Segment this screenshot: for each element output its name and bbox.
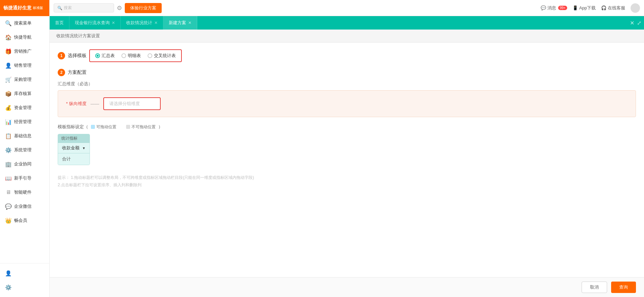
avatar — [631, 3, 640, 13]
tab-home[interactable]: 首页 — [50, 16, 69, 30]
radio-summary[interactable]: 汇总表 — [95, 53, 115, 59]
content-area: 收款情况统计方案设置 1 选择模板 汇总表 明细表 — [50, 30, 644, 297]
radio-detail[interactable]: 明细表 — [121, 53, 141, 59]
trial-button[interactable]: 体验行业方案 — [125, 3, 162, 13]
tab-bank-flow-close[interactable]: ✕ — [112, 20, 115, 25]
member-label: 畅会员 — [14, 217, 27, 224]
sidebar-item-system[interactable]: ⚙️ 系统管理 — [0, 143, 49, 157]
radio-circle-cross — [148, 53, 152, 58]
sidebar-item-bottom2[interactable]: ⚙️ — [0, 280, 49, 294]
sidebar-item-bottom1[interactable]: 👤 — [0, 266, 49, 280]
dimension-vertical-label: 纵向维度 — [66, 101, 87, 107]
finance-label: 资金管理 — [14, 105, 32, 111]
tip-1: 提示： 1.拖动标题栏可以调整布局，不可跨维度或指标区域拖动栏目段(只能在同一维… — [58, 174, 636, 182]
search-menu-icon: 🔍 — [5, 20, 11, 26]
wechat-label: 企业微信 — [14, 203, 32, 209]
marketing-label: 营销推广 — [14, 48, 32, 54]
sidebar-item-hardware[interactable]: 🖥 智能硬件 — [0, 185, 49, 199]
step1-label: 选择模板 — [68, 53, 87, 59]
online-service-button[interactable]: 🎧 在线客服 — [601, 5, 625, 11]
message-badge: 99+ — [558, 6, 567, 10]
guide-label: 新手引导 — [14, 175, 32, 181]
sales-label: 销售管理 — [14, 62, 32, 68]
tab-home-label: 首页 — [55, 20, 64, 26]
step1-section: 1 选择模板 汇总表 明细表 交叉统计表 — [58, 49, 636, 62]
page-title: 收款情况统计方案设置 — [50, 30, 644, 43]
fixed-dot — [126, 125, 130, 129]
tips-section: 提示： 1.拖动标题栏可以调整布局，不可跨维度或指标区域拖动栏目段(只能在同一维… — [58, 174, 636, 189]
hardware-icon: 🖥 — [5, 189, 11, 195]
radio-summary-label: 汇总表 — [102, 53, 115, 59]
app-download-label: App下载 — [579, 5, 596, 11]
tab-new-plan-close[interactable]: ✕ — [188, 20, 192, 25]
legend-fixed: 不可拖动位置 — [126, 124, 156, 130]
sidebar-item-member[interactable]: 👑 畅会员 — [0, 213, 49, 228]
sidebar-item-purchase[interactable]: 🛒 采购管理 — [0, 72, 49, 87]
basic-info-label: 基础信息 — [14, 133, 32, 139]
maximize-icon[interactable]: ⤢ — [637, 20, 641, 26]
tab-bank-flow[interactable]: 现金银行流水查询✕ — [69, 16, 121, 30]
topbar: 🔍 搜索 ⚙ 体验行业方案 💬 消息 99+ 📱 App下载 🎧 在线客服 — [50, 0, 644, 16]
radio-circle-detail — [121, 53, 126, 58]
app-icon: 📱 — [573, 5, 578, 10]
sidebar-item-finance[interactable]: 💰 资金管理 — [0, 101, 49, 115]
tab-collection-stats-label: 收款情况统计 — [126, 20, 152, 26]
gear-icon[interactable]: ⚙ — [117, 4, 122, 12]
sidebar-item-basic-info[interactable]: 📋 基础信息 — [0, 129, 49, 143]
tab-collection-stats-close[interactable]: ✕ — [154, 20, 158, 25]
message-label: 消息 — [547, 5, 556, 11]
fixed-label: 不可拖动位置 — [131, 124, 156, 130]
sidebar-item-wechat[interactable]: 💬 企业微信 — [0, 199, 49, 213]
sidebar-item-guide[interactable]: 📖 新手引导 — [0, 171, 49, 185]
footer-bar: 取消 查询 — [50, 277, 644, 297]
radio-cross[interactable]: 交叉统计表 — [148, 53, 176, 59]
guide-icon: 📖 — [5, 175, 11, 181]
topbar-search-box[interactable]: 🔍 搜索 — [54, 3, 114, 12]
message-button[interactable]: 💬 消息 99+ — [541, 5, 567, 11]
indicator-settings: 模板指标设定（ 可拖动位置 不可拖动位置 ） — [58, 124, 636, 166]
sidebar-item-quick-nav[interactable]: 🏠 快捷导航 — [0, 30, 49, 44]
tabbar: 首页现金银行流水查询✕收款情况统计✕新建方案✕ ✕ ⤢ — [50, 16, 644, 30]
wechat-icon: 💬 — [5, 203, 11, 209]
stats-table-header: 收款金额 ▼ — [58, 143, 90, 153]
app-download-button[interactable]: 📱 App下载 — [573, 5, 596, 11]
tab-collection-stats[interactable]: 收款情况统计✕ — [121, 16, 163, 30]
sidebar-item-sales[interactable]: 👤 销售管理 — [0, 58, 49, 72]
message-icon: 💬 — [541, 5, 546, 10]
stats-dropdown-icon[interactable]: ▼ — [82, 146, 86, 150]
indicator-title-row: 模板指标设定（ 可拖动位置 不可拖动位置 ） — [58, 124, 636, 130]
draggable-dot — [91, 125, 95, 129]
sidebar-bottom: 👤 ⚙️ — [0, 263, 49, 297]
sidebar-item-search-menu[interactable]: 🔍 搜索菜单 — [0, 16, 49, 30]
topbar-right: 💬 消息 99+ 📱 App下载 🎧 在线客服 — [541, 3, 640, 13]
stats-section-header: 统计指标 — [58, 134, 90, 143]
sidebar-item-operations[interactable]: 📊 经营管理 — [0, 115, 49, 129]
inventory-icon: 📦 — [5, 91, 11, 97]
tab-bank-flow-label: 现金银行流水查询 — [75, 20, 110, 26]
quick-nav-label: 快捷导航 — [14, 34, 32, 40]
system-label: 系统管理 — [14, 147, 32, 153]
radio-cross-label: 交叉统计表 — [154, 53, 176, 59]
dimension-selector[interactable]: 请选择分组维度 — [103, 97, 161, 110]
sidebar-item-enterprise[interactable]: 🏢 企业协同 — [0, 157, 49, 171]
inventory-label: 库存核算 — [14, 91, 32, 97]
logo-sub: 标准版 — [33, 6, 43, 10]
dimension-row: 纵向维度 —— 请选择分组维度 — [66, 97, 628, 110]
tab-new-plan-label: 新建方案 — [169, 20, 186, 26]
query-button[interactable]: 查询 — [611, 282, 636, 293]
main-area: 🔍 搜索 ⚙ 体验行业方案 💬 消息 99+ 📱 App下载 🎧 在线客服 首页… — [50, 0, 644, 297]
sidebar-item-inventory[interactable]: 📦 库存核算 — [0, 87, 49, 101]
dimension-arrow: —— — [91, 101, 99, 106]
enterprise-label: 企业协同 — [14, 161, 32, 167]
sidebar-item-marketing[interactable]: 🎁 营销推广 — [0, 44, 49, 58]
legend-draggable: 可拖动位置 — [91, 124, 116, 130]
member-icon: 👑 — [5, 217, 11, 224]
tab-new-plan[interactable]: 新建方案✕ — [163, 16, 197, 30]
radio-detail-label: 明细表 — [128, 53, 141, 59]
search-icon: 🔍 — [57, 6, 62, 10]
step1-number: 1 — [58, 52, 65, 59]
close-window-icon[interactable]: ✕ — [630, 20, 634, 26]
search-menu-label: 搜索菜单 — [14, 20, 32, 26]
tip-2: 2.点击标题栏下拉可设置排序、插入列和删除列 — [58, 182, 636, 189]
cancel-button[interactable]: 取消 — [582, 282, 607, 293]
